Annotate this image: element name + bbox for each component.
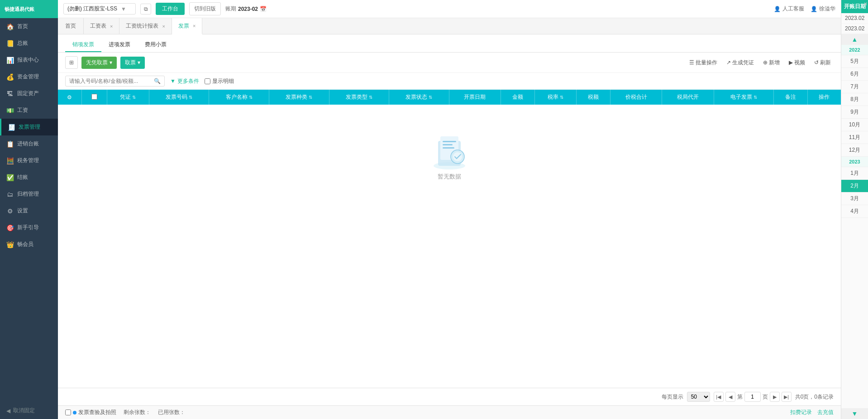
invoice-verify-label: 发票查验及拍照 [78, 409, 116, 416]
date-entry-2023-02-second[interactable]: 2023.02 [841, 24, 868, 34]
tab-home[interactable]: 首页 [58, 18, 84, 34]
date-panel-close-button[interactable]: × [864, 1, 867, 7]
prev-page-button[interactable]: ◀ [725, 392, 735, 402]
sidebar-item-fixed-assets[interactable]: 🏗 固定资产 [0, 85, 58, 102]
search-input[interactable] [69, 78, 152, 84]
date-panel-header[interactable]: 开账日期 × [841, 0, 868, 13]
th-invoice-status[interactable]: 发票状态⇅ [389, 90, 449, 105]
refresh-button[interactable]: ↺ 刷新 [811, 57, 834, 68]
take-ticket-button[interactable]: 取票 ▾ [120, 57, 145, 69]
per-page-select[interactable]: 50 100 200 [687, 392, 710, 402]
used-label: 已用张数： [158, 409, 185, 416]
chevron-down-icon: ▾ [110, 59, 112, 66]
last-page-button[interactable]: ▶| [782, 392, 792, 402]
subtab-purchase-invoice[interactable]: 进项发票 [101, 38, 138, 52]
next-page-button[interactable]: ▶ [770, 392, 780, 402]
search-box[interactable]: 🔍 [65, 76, 165, 87]
sidebar-item-tax[interactable]: 🧮 税务管理 [0, 152, 58, 169]
sidebar-item-purchase-sales[interactable]: 📋 进销台账 [0, 135, 58, 152]
sidebar-item-home[interactable]: 🏠 首页 [0, 18, 58, 35]
sort-icon: ⇅ [309, 95, 312, 100]
date-month-9[interactable]: 9月 [841, 106, 868, 119]
date-month-6[interactable]: 6月 [841, 68, 868, 81]
user-profile[interactable]: 👤 徐溢华 [811, 5, 835, 13]
copy-icon[interactable]: ⧉ [140, 4, 151, 14]
video-button[interactable]: ▶ 视频 [786, 57, 808, 68]
invoice-verify-checkbox[interactable] [65, 409, 71, 415]
th-voucher[interactable]: 凭证⇅ [107, 90, 149, 105]
th-customer[interactable]: 客户名称⇅ [209, 90, 269, 105]
date-month-8[interactable]: 8月 [841, 93, 868, 106]
tab-invoice[interactable]: 发票 × [172, 18, 202, 34]
sidebar-item-guide[interactable]: 🎯 新手引导 [0, 219, 58, 236]
switch-old-version-button[interactable]: 切到旧版 [189, 2, 221, 15]
customer-service[interactable]: 👤 人工客服 [774, 5, 804, 13]
more-conditions-button[interactable]: ▼ 更多条件 [170, 77, 199, 85]
workspace-button[interactable]: 工作台 [156, 3, 185, 15]
th-checkbox[interactable] [81, 90, 107, 105]
company-selector[interactable]: (勿删) 江西股宝-LSS ▼ [63, 3, 136, 14]
date-entry-2023-02-top[interactable]: 2023.02 [841, 13, 868, 24]
sidebar-item-invoice[interactable]: 🧾 发票管理 [0, 119, 58, 135]
close-payroll-stats-tab[interactable]: × [162, 24, 165, 29]
closing-icon: ✅ [6, 174, 14, 181]
date-month-2023-4[interactable]: 4月 [841, 205, 868, 218]
remaining-section: 剩余张数： [124, 409, 151, 416]
close-invoice-tab[interactable]: × [193, 23, 196, 29]
page-input[interactable] [744, 392, 761, 402]
date-month-2023-2[interactable]: 2月 [841, 180, 868, 193]
date-month-5[interactable]: 5月 [841, 55, 868, 68]
date-month-12[interactable]: 12月 [841, 144, 868, 157]
sidebar-item-settings[interactable]: ⚙ 设置 [0, 202, 58, 219]
generate-voucher-button[interactable]: ↗ 生成凭证 [724, 57, 757, 68]
first-page-button[interactable]: |◀ [714, 392, 724, 402]
date-month-7[interactable]: 7月 [841, 81, 868, 93]
sidebar-item-general-ledger[interactable]: 📒 总账 [0, 35, 58, 52]
topbar-right: 👤 人工客服 👤 徐溢华 [774, 5, 835, 13]
select-all-checkbox[interactable] [91, 94, 97, 100]
tab-payroll[interactable]: 工资表 × [84, 18, 119, 34]
subtab-sales-invoice[interactable]: 销项发票 [65, 38, 101, 52]
th-tax-rate[interactable]: 税率⇅ [534, 90, 577, 105]
remaining-label: 剩余张数： [124, 409, 151, 416]
sidebar-item-payroll[interactable]: 💵 工资 [0, 102, 58, 119]
scroll-up-icon[interactable]: ▲ [852, 36, 858, 43]
recharge-link[interactable]: 去充值 [817, 409, 834, 416]
scroll-down-icon[interactable]: ▼ [852, 410, 858, 417]
th-invoice-category[interactable]: 发票类型⇅ [329, 90, 389, 105]
report-icon: 📊 [6, 57, 14, 64]
bottom-bar: 发票查验及拍照 剩余张数： 已用张数： 扣费记录 去充值 [58, 405, 841, 419]
th-invoice-type[interactable]: 发票种类⇅ [269, 90, 329, 105]
period-value: 2023-02 [238, 6, 258, 12]
unpin-button[interactable]: ◀ 取消固定 [0, 402, 58, 419]
sort-icon: ⇅ [249, 95, 253, 100]
show-detail-checkbox[interactable]: 显示明细 [205, 77, 234, 85]
date-month-2023-3[interactable]: 3月 [841, 193, 868, 205]
sidebar-item-membership[interactable]: 👑 畅会员 [0, 236, 58, 253]
new-button[interactable]: ⊕ 新增 [760, 57, 782, 68]
th-settings[interactable]: ⚙ [58, 90, 81, 105]
tab-payroll-stats[interactable]: 工资统计报表 × [119, 18, 172, 34]
sidebar-item-archive[interactable]: 🗂 归档管理 [0, 186, 58, 202]
sidebar-item-reports[interactable]: 📊 报表中心 [0, 52, 58, 68]
page-suffix: 页 [763, 393, 768, 401]
date-month-10[interactable]: 10月 [841, 119, 868, 131]
date-month-2023-1[interactable]: 1月 [841, 167, 868, 180]
subtab-expense-receipt[interactable]: 费用小票 [138, 38, 174, 52]
chevron-down-icon: ▼ [121, 6, 126, 12]
no-voucher-button[interactable]: 无凭取票 ▾ [81, 57, 117, 69]
date-month-11[interactable]: 11月 [841, 131, 868, 144]
close-payroll-tab[interactable]: × [110, 24, 113, 29]
used-section: 已用张数： [158, 409, 185, 416]
grid-view-button[interactable]: ⊞ [65, 56, 78, 69]
deduction-records-link[interactable]: 扣费记录 [790, 409, 812, 416]
show-detail-check[interactable] [205, 78, 210, 84]
year-2023-label: 2023 [841, 157, 868, 167]
sort-icon: ⇅ [189, 95, 192, 100]
batch-operation-button[interactable]: ☰ 批量操作 [687, 57, 720, 68]
sidebar-item-funds[interactable]: 💰 资金管理 [0, 68, 58, 85]
sidebar-item-closing[interactable]: ✅ 结账 [0, 169, 58, 186]
funds-icon: 💰 [6, 73, 14, 81]
th-invoice-no[interactable]: 发票号码⇅ [149, 90, 209, 105]
th-electronic[interactable]: 电子发票⇅ [714, 90, 774, 105]
